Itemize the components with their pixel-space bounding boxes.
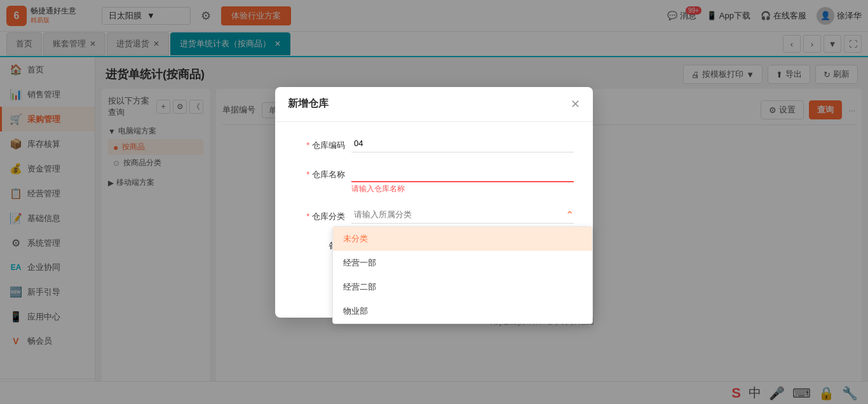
- option-uncategorized-label: 未分类: [343, 234, 368, 243]
- name-input[interactable]: [351, 164, 574, 182]
- option-dept2[interactable]: 经营二部: [333, 275, 592, 299]
- dialog-title: 新增仓库: [288, 97, 329, 111]
- option-dept2-label: 经营二部: [343, 282, 376, 292]
- category-dropdown[interactable]: ⌃ 未分类 经营一部 经营二部 物业部: [351, 206, 574, 224]
- required-star: *: [306, 140, 309, 150]
- category-label: * 仓库分类: [294, 206, 345, 222]
- option-property-label: 物业部: [343, 306, 368, 316]
- category-input[interactable]: [351, 206, 574, 224]
- form-row-category: * 仓库分类 ⌃ 未分类 经营一部 经营二部: [294, 206, 574, 224]
- category-dropdown-list: 未分类 经营一部 经营二部 物业部: [332, 226, 593, 324]
- new-warehouse-dialog: 新增仓库 ✕ * 仓库编码 * 仓库名称 请输入仓库名称: [275, 87, 593, 318]
- form-row-code: * 仓库编码: [294, 135, 574, 152]
- dialog-header: 新增仓库 ✕: [275, 87, 593, 122]
- option-property[interactable]: 物业部: [333, 299, 592, 323]
- code-label: * 仓库编码: [294, 135, 345, 151]
- name-error-text: 请输入仓库名称: [351, 184, 574, 194]
- dialog-close-btn[interactable]: ✕: [571, 97, 580, 111]
- option-dept1[interactable]: 经营一部: [333, 251, 592, 275]
- dialog-body: * 仓库编码 * 仓库名称 请输入仓库名称 *: [275, 122, 593, 277]
- code-input[interactable]: [351, 135, 574, 152]
- name-input-group: 请输入仓库名称: [351, 164, 574, 194]
- dialog-overlay: 新增仓库 ✕ * 仓库编码 * 仓库名称 请输入仓库名称: [0, 0, 868, 404]
- chevron-up-icon: ⌃: [566, 208, 574, 220]
- option-dept1-label: 经营一部: [343, 258, 376, 267]
- option-uncategorized[interactable]: 未分类: [333, 227, 592, 251]
- form-row-name: * 仓库名称 请输入仓库名称: [294, 164, 574, 194]
- name-label: * 仓库名称: [294, 164, 345, 180]
